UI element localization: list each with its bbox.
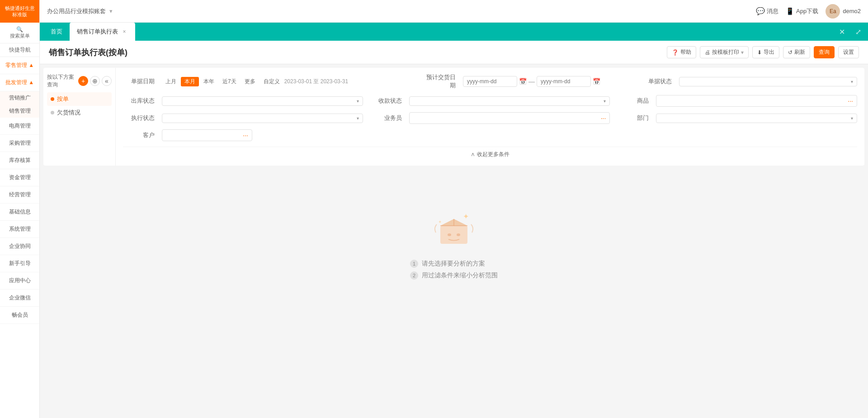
empty-steps: 1 请先选择要分析的方案 2 用过滤条件来缩小分析范围 [410, 260, 498, 280]
search-icon: 🔍 [16, 26, 23, 33]
query-button[interactable]: 查询 [814, 46, 835, 58]
expand-icon: ▲ [28, 79, 34, 86]
add-scheme-button[interactable]: + [78, 76, 88, 86]
salesperson-select[interactable]: ··· [409, 112, 610, 124]
last-month-btn[interactable]: 上月 [162, 77, 180, 86]
customer-label: 客户 [123, 131, 155, 139]
status-label: 单据状态 [640, 77, 672, 86]
logo-text: 畅捷通好生意 [5, 5, 35, 11]
sidebar-item-newbie[interactable]: 新手引导 [0, 255, 39, 272]
receipt-status-label: 收款状态 [370, 97, 402, 105]
last7days-btn[interactable]: 近7天 [219, 77, 240, 86]
breadcrumb-text[interactable]: 办公用品行业模拟账套 [47, 7, 106, 15]
sidebar-item-system[interactable]: 系统管理 [0, 221, 39, 238]
expected-date-end[interactable] [537, 76, 591, 87]
sidebar-item-label: 经营管理 [9, 191, 31, 198]
scheme-item-order[interactable]: 按单 [47, 92, 112, 106]
empty-icon: ✦ ✦ [431, 205, 476, 251]
template-print-button[interactable]: 🖨 按模板打印 ▾ [700, 46, 749, 58]
department-dropdown-icon: ▾ [851, 116, 853, 121]
help-button[interactable]: ❓ 帮助 [667, 46, 696, 58]
sidebar-search[interactable]: 🔍 搜索菜单 [0, 23, 39, 43]
message-button[interactable]: 💬 消息 [756, 7, 778, 15]
sidebar-item-label: 应用中心 [9, 277, 31, 284]
department-select[interactable]: ▾ [656, 114, 857, 123]
calendar-end-icon[interactable]: 📅 [593, 78, 600, 85]
tab-close-button[interactable]: × [121, 28, 128, 35]
calendar-start-icon[interactable]: 📅 [519, 78, 527, 85]
maximize-window-button[interactable]: ⤢ [852, 25, 864, 38]
copy-scheme-button[interactable]: ⊕ [90, 76, 100, 86]
collapse-more-button[interactable]: ∧ 收起更多条件 [123, 147, 857, 160]
topbar-left: 办公用品行业模拟账套 ▾ [47, 7, 113, 15]
scheme-item-shortage[interactable]: 欠货情况 [47, 106, 112, 119]
custom-btn[interactable]: 自定义 [260, 77, 283, 86]
step1-number: 1 [410, 260, 418, 268]
receipt-status-select[interactable]: ▾ [409, 96, 610, 106]
sidebar-item-retail[interactable]: 零售管理 ▲ [0, 57, 39, 74]
logo-subtext: 标准版 [12, 11, 27, 18]
sidebar-item-basic[interactable]: 基础信息 [0, 204, 39, 221]
tabbar: 首页 销售订单执行表 × ✕ ⤢ [40, 23, 868, 41]
sidebar-item-finance[interactable]: 资金管理 [0, 169, 39, 186]
step2-number: 2 [410, 271, 418, 280]
print-icon: 🖨 [705, 49, 710, 56]
user-menu[interactable]: Ea demo2 [826, 4, 861, 19]
customer-select[interactable]: ··· [162, 129, 252, 141]
settings-button[interactable]: 设置 [838, 46, 859, 58]
step2-text: 用过滤条件来缩小分析范围 [422, 271, 498, 280]
app-download-button[interactable]: 📱 App下载 [786, 7, 818, 15]
expand-icon: ▲ [28, 62, 34, 68]
tab-home[interactable]: 首页 [43, 23, 70, 41]
sidebar-item-label: 企业协同 [9, 243, 31, 249]
collapse-scheme-button[interactable]: « [102, 76, 112, 86]
sidebar-item-ecommerce[interactable]: 电商管理 [0, 118, 39, 135]
step-1: 1 请先选择要分析的方案 [410, 260, 498, 268]
department-label: 部门 [617, 114, 649, 122]
sidebar-item-label: 畅会员 [12, 312, 28, 318]
sidebar-item-purchase[interactable]: 采购管理 [0, 135, 39, 152]
add-icon: + [81, 77, 85, 85]
customer-more-icon: ··· [243, 132, 248, 139]
restore-window-button[interactable]: ✕ [835, 25, 848, 38]
tab-actions: ✕ ⤢ [835, 25, 864, 38]
app-download-label: App下载 [796, 7, 818, 15]
expected-date-control: 📅 — 📅 [463, 76, 633, 87]
date-separator: — [528, 78, 535, 85]
sidebar-item-enterprise[interactable]: 企业协同 [0, 238, 39, 255]
active-tab-label: 销售订单执行表 [77, 28, 118, 36]
export-button[interactable]: ⬇ 导出 [752, 46, 779, 58]
sidebar-item-marketing[interactable]: 营销推广 [0, 91, 39, 104]
help-icon: ❓ [672, 49, 679, 56]
breadcrumb-arrow-icon[interactable]: ▾ [109, 8, 113, 14]
collapse-icon: ∧ [471, 151, 475, 157]
expected-date-start[interactable] [463, 76, 517, 87]
step1-text: 请先选择要分析的方案 [422, 260, 485, 268]
tab-sales-order[interactable]: 销售订单执行表 × [70, 23, 135, 41]
sidebar-item-appstore[interactable]: 应用中心 [0, 272, 39, 290]
home-tab-label: 首页 [51, 28, 62, 36]
sidebar-item-operation[interactable]: 经营管理 [0, 186, 39, 204]
quick-nav-label: 快捷导航 [9, 47, 31, 53]
sidebar-item-wholesale[interactable]: 批发管理 ▲ [0, 74, 39, 91]
delivery-status-select[interactable]: ▾ [162, 96, 363, 106]
filter-inner: 按以下方案查询 + ⊕ « [43, 68, 864, 166]
sidebar-item-wecom[interactable]: 企业微信 [0, 290, 39, 307]
sidebar-item-sales[interactable]: 销售管理 [0, 104, 39, 118]
avatar: Ea [826, 4, 840, 19]
sidebar-item-label: 资金管理 [9, 174, 31, 180]
help-label: 帮助 [680, 48, 691, 56]
print-dropdown-icon: ▾ [741, 49, 744, 56]
filter-main: 单据日期 上月 本月 本年 近7天 更多 自定义 2023-03-01 至 20… [116, 68, 864, 166]
status-select[interactable]: ▾ [679, 77, 857, 86]
more-btn[interactable]: 更多 [241, 77, 259, 86]
product-select[interactable]: ··· [656, 95, 857, 107]
quick-nav[interactable]: 快捷导航 [0, 43, 39, 57]
sidebar-item-vip[interactable]: 畅会员 [0, 307, 39, 324]
exec-status-select[interactable]: ▾ [162, 114, 363, 123]
app-logo: 畅捷通好生意 标准版 [0, 0, 39, 23]
this-year-btn[interactable]: 本年 [200, 77, 218, 86]
sidebar-item-inventory[interactable]: 库存核算 [0, 152, 39, 169]
refresh-button[interactable]: ↺ 刷新 [783, 46, 810, 58]
this-month-btn[interactable]: 本月 [181, 77, 199, 86]
